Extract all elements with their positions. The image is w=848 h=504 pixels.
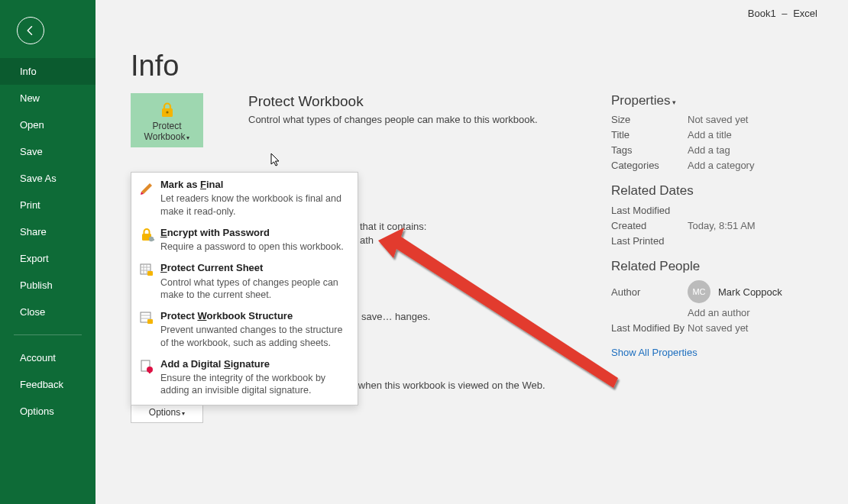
sheet-lock-icon	[139, 263, 154, 278]
prop-row-size: SizeNot saved yet	[611, 114, 825, 125]
sidebar-item-info[interactable]: Info	[0, 58, 95, 85]
properties-heading[interactable]: Properties▾	[611, 93, 825, 108]
sidebar-item-save[interactable]: Save	[0, 138, 95, 165]
protect-workbook-button[interactable]: Protect Workbook▾	[131, 93, 203, 147]
structure-lock-icon	[139, 311, 154, 326]
svg-point-1	[166, 111, 168, 113]
menu-item-mark-as-final[interactable]: Mark as FinalLet readers know the workbo…	[131, 175, 358, 223]
back-button[interactable]	[17, 17, 44, 44]
svg-rect-13	[149, 370, 151, 373]
prop-row-last-printed: Last Printed	[611, 235, 825, 247]
sidebar-separator	[14, 334, 82, 335]
related-people-heading: Related People	[611, 259, 825, 274]
sidebar-item-options[interactable]: Options	[0, 398, 95, 425]
sidebar-item-account[interactable]: Account	[0, 344, 95, 371]
file-name: Book1	[748, 8, 776, 19]
sidebar-item-print[interactable]: Print	[0, 192, 95, 218]
protect-workbook-menu: Mark as FinalLet readers know the workbo…	[131, 172, 358, 405]
sidebar-item-export[interactable]: Export	[0, 245, 95, 272]
title-bar: Book1 – Excel	[95, 0, 848, 19]
prop-row-last-modified: Last Modified	[611, 205, 825, 216]
backstage-content: Book1 – Excel Info Protect Workbook▾	[95, 0, 848, 504]
peek-text-3: save… hanges.	[361, 311, 430, 322]
sidebar-item-share[interactable]: Share	[0, 218, 95, 245]
prop-row-created: CreatedToday, 8:51 AM	[611, 220, 825, 231]
arrow-left-icon	[24, 24, 37, 37]
prop-row-title: TitleAdd a title	[611, 129, 825, 141]
last-modified-by-row: Last Modified ByNot saved yet	[611, 322, 825, 334]
menu-item-protect-sheet[interactable]: Protect Current SheetControl what types …	[131, 258, 358, 306]
peek-text-1: that it contains:	[360, 221, 426, 232]
signature-icon	[139, 359, 154, 374]
menu-item-protect-structure[interactable]: Protect Workbook StructurePrevent unwant…	[131, 306, 358, 354]
protect-workbook-label: Protect Workbook	[144, 121, 186, 142]
lock-icon	[139, 228, 154, 243]
prop-row-categories: CategoriesAdd a category	[611, 160, 825, 171]
author-name[interactable]: Mark Coppock	[718, 286, 782, 298]
prop-row-tags: TagsAdd a tag	[611, 144, 825, 156]
final-icon	[139, 179, 154, 195]
sidebar-item-new[interactable]: New	[0, 85, 95, 111]
sidebar-item-save-as[interactable]: Save As	[0, 165, 95, 192]
peek-text-2: ath	[360, 234, 374, 246]
protect-desc: Control what types of changes people can…	[248, 113, 574, 127]
svg-rect-8	[147, 271, 153, 276]
svg-rect-6	[151, 239, 154, 241]
show-all-properties-link[interactable]: Show All Properties	[611, 347, 697, 358]
author-row: Author MC Mark Coppock	[611, 280, 825, 303]
menu-item-encrypt-password[interactable]: Encrypt with PasswordRequire a password …	[131, 223, 358, 259]
sidebar-item-publish[interactable]: Publish	[0, 272, 95, 299]
page-title: Info	[131, 50, 848, 82]
add-author-row[interactable]: Add an author	[611, 307, 825, 318]
related-dates-heading: Related Dates	[611, 183, 825, 199]
backstage-sidebar: Info New Open Save Save As Print Share E…	[0, 0, 95, 504]
sidebar-item-open[interactable]: Open	[0, 111, 95, 138]
svg-rect-10	[147, 319, 153, 324]
lock-key-icon	[157, 102, 177, 118]
sidebar-item-close[interactable]: Close	[0, 299, 95, 325]
protect-heading: Protect Workbook	[248, 93, 574, 110]
app-name: Excel	[793, 8, 817, 19]
avatar: MC	[688, 280, 710, 303]
sidebar-item-feedback[interactable]: Feedback	[0, 371, 95, 398]
menu-item-digital-signature[interactable]: Add a Digital SignatureEnsure the integr…	[131, 354, 358, 402]
